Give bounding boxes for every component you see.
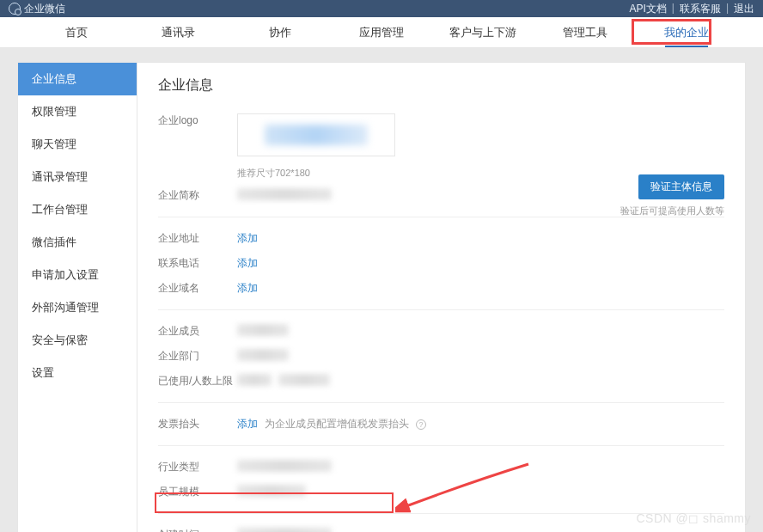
divider [158, 513, 724, 514]
tab-contacts[interactable]: 通讯录 [127, 17, 229, 47]
wework-logo-icon [9, 3, 21, 15]
verify-hint: 验证后可提高使用人数等 [620, 205, 724, 217]
tab-collab[interactable]: 协作 [229, 17, 331, 47]
row-industry: 行业类型 [158, 455, 724, 480]
row-staff-scale: 员工规模 [158, 480, 724, 504]
add-invoice-link[interactable]: 添加 [237, 417, 258, 431]
row-logo: 企业logo 推荐尺寸702*180 [158, 110, 724, 183]
tab-apps[interactable]: 应用管理 [331, 17, 432, 47]
label-shortname: 企业简称 [158, 188, 237, 203]
api-docs-link[interactable]: API文档 [629, 2, 666, 16]
redacted-logo [265, 125, 368, 145]
redacted-limit [278, 374, 330, 386]
row-used-limit: 已使用/人数上限 [158, 369, 724, 394]
redacted-used [237, 374, 272, 386]
verify-button[interactable]: 验证主体信息 [638, 174, 724, 199]
row-members: 企业成员 [158, 319, 724, 344]
label-domain: 企业域名 [158, 281, 237, 296]
separator: | [726, 2, 729, 16]
redacted-depts [237, 349, 289, 361]
redacted-industry [237, 460, 332, 472]
label-create-time: 创建时间 [158, 528, 237, 532]
label-invoice: 发票抬头 [158, 417, 237, 431]
sidebar-item-contacts[interactable]: 通讯录管理 [18, 161, 137, 193]
topbar-links: API文档 | 联系客服 | 退出 [629, 2, 754, 16]
sidebar-item-corp-info[interactable]: 企业信息 [18, 63, 137, 95]
divider [158, 309, 724, 310]
label-address: 企业地址 [158, 231, 237, 246]
sidebar-item-settings[interactable]: 设置 [18, 357, 137, 389]
support-link[interactable]: 联系客服 [680, 2, 721, 16]
add-phone-link[interactable]: 添加 [237, 256, 258, 271]
brand-text: 企业微信 [24, 2, 65, 16]
redacted-members [237, 324, 289, 336]
separator: | [672, 2, 674, 16]
add-domain-link[interactable]: 添加 [237, 281, 258, 296]
redacted-shortname [237, 188, 332, 200]
page-title: 企业信息 [158, 76, 724, 95]
tab-admin[interactable]: 管理工具 [534, 17, 635, 47]
row-create-time: 创建时间 [158, 523, 724, 532]
redacted-scale [237, 485, 306, 497]
help-icon[interactable]: ? [416, 419, 426, 430]
row-phone: 联系电话 添加 [158, 251, 724, 276]
label-phone: 联系电话 [158, 256, 237, 271]
sidebar-item-chat[interactable]: 聊天管理 [18, 128, 137, 161]
sidebar-item-wechat-plugin[interactable]: 微信插件 [18, 226, 137, 259]
redacted-create-time [237, 528, 332, 532]
navbar: 首页 通讯录 协作 应用管理 客户与上下游 管理工具 我的企业 [0, 17, 763, 48]
sidebar-item-external[interactable]: 外部沟通管理 [18, 291, 137, 324]
tab-my-company[interactable]: 我的企业 [636, 17, 737, 47]
sidebar-item-security[interactable]: 安全与保密 [18, 324, 137, 357]
label-industry: 行业类型 [158, 460, 237, 474]
divider [158, 445, 724, 446]
panel-corp-info: 企业信息 企业logo 推荐尺寸702*180 企业简称 验证主体信息 验证后可… [137, 62, 746, 532]
tab-home[interactable]: 首页 [26, 17, 127, 47]
sidebar-item-workspace[interactable]: 工作台管理 [18, 193, 137, 226]
row-depts: 企业部门 [158, 344, 724, 369]
invoice-hint: 为企业成员配置增值税发票抬头 [265, 417, 409, 431]
verify-block: 验证主体信息 验证后可提高使用人数等 [620, 174, 724, 217]
row-invoice: 发票抬头 添加 为企业成员配置增值税发票抬头 ? [158, 412, 724, 437]
add-address-link[interactable]: 添加 [237, 231, 258, 246]
logo-hint: 推荐尺寸702*180 [237, 167, 310, 180]
sidebar-item-join-settings[interactable]: 申请加入设置 [18, 259, 137, 291]
label-used-limit: 已使用/人数上限 [158, 374, 237, 388]
row-address: 企业地址 添加 [158, 226, 724, 251]
brand: 企业微信 [9, 2, 65, 16]
row-domain: 企业域名 添加 [158, 276, 724, 301]
label-logo: 企业logo [158, 113, 237, 128]
label-staff-scale: 员工规模 [158, 485, 237, 499]
content: 企业信息 权限管理 聊天管理 通讯录管理 工作台管理 微信插件 申请加入设置 外… [0, 48, 763, 532]
logo-preview[interactable] [237, 113, 395, 156]
label-depts: 企业部门 [158, 349, 237, 364]
divider [158, 402, 724, 403]
tab-customers[interactable]: 客户与上下游 [432, 17, 534, 47]
sidebar: 企业信息 权限管理 聊天管理 通讯录管理 工作台管理 微信插件 申请加入设置 外… [17, 62, 137, 532]
topbar: 企业微信 API文档 | 联系客服 | 退出 [0, 0, 763, 17]
label-members: 企业成员 [158, 324, 237, 339]
logout-link[interactable]: 退出 [734, 2, 754, 16]
sidebar-item-permission[interactable]: 权限管理 [18, 95, 137, 128]
